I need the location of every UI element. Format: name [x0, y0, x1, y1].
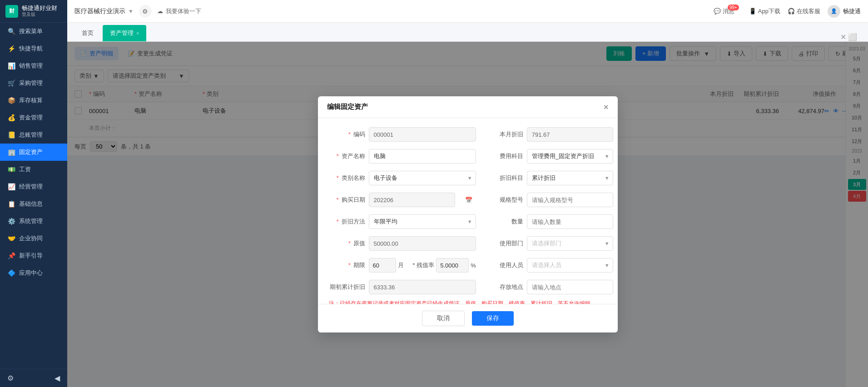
user-wrap: 请选择人员 ▼: [527, 258, 613, 273]
company-name: 医疗器械行业演示: [74, 7, 125, 15]
sidebar-item-label: 应用中心: [19, 269, 43, 277]
sales-icon: 📊: [7, 62, 15, 70]
category-select[interactable]: 电子设备: [369, 171, 476, 185]
form-row-user: 使用人员 请选择人员 ▼: [487, 258, 613, 273]
sidebar-item-search[interactable]: 🔍 搜索菜单: [0, 23, 67, 40]
residual-rate-label: * 残值率: [413, 261, 435, 269]
period-unit: 月: [398, 261, 404, 269]
online-service-label: 在线客服: [797, 7, 820, 15]
purchase-date-input[interactable]: [369, 193, 455, 207]
sidebar-item-system[interactable]: ⚙️ 系统管理: [0, 213, 67, 230]
window-restore-icon[interactable]: ✕: [840, 33, 846, 41]
original-value-input[interactable]: [369, 236, 476, 251]
experience-button[interactable]: ☁ 我要体验一下: [157, 7, 201, 15]
sidebar-item-label: 企业协同: [19, 234, 43, 243]
content-area: 📄 资产明细 📝 变更生成凭证 刘账 + 新增 批量操作 ▼: [67, 42, 868, 387]
guide-icon: 📌: [7, 252, 15, 260]
dep-subject-wrap: 累计折旧 ▼: [527, 171, 613, 185]
location-label: 存放地点: [487, 283, 523, 291]
form-row-dep-method: * 折旧方法 年限平均 ▼: [329, 214, 476, 229]
sidebar-item-fund[interactable]: 💰 资金管理: [0, 109, 67, 126]
acc-dep-label: 期初累计折旧: [329, 283, 365, 291]
settings-icon[interactable]: ⚙: [7, 374, 14, 382]
form-row-asset-name: * 资产名称: [329, 149, 476, 164]
sidebar-item-label: 基础信息: [19, 200, 43, 208]
expense-subject-select[interactable]: 管理费用_固定资产折旧: [527, 149, 613, 164]
sidebar-item-app-center[interactable]: 🔷 应用中心: [0, 264, 67, 282]
user-select[interactable]: 请选择人员: [527, 258, 613, 273]
modal-note: 注：已经存在变更记录或者对应固定资产已经生成凭证，原值、购买日期、残值率、累计折…: [329, 296, 607, 304]
sidebar-item-quicknav[interactable]: ⚡ 快捷导航: [0, 40, 67, 57]
sidebar-item-payroll[interactable]: 💵 工资: [0, 161, 67, 178]
acc-dep-input[interactable]: [369, 280, 476, 294]
user-menu[interactable]: 👤 畅捷通: [828, 5, 861, 18]
fund-icon: 💰: [7, 114, 15, 122]
sidebar-item-basic[interactable]: 📋 基础信息: [0, 195, 67, 213]
online-service-button[interactable]: 🎧 在线客服: [788, 7, 820, 15]
form-row-dep-subject: 折旧科目 累计折旧 ▼: [487, 171, 613, 185]
calendar-icon: 📅: [465, 197, 472, 203]
sidebar-item-purchase[interactable]: 🛒 采购管理: [0, 74, 67, 92]
collapse-icon[interactable]: ◀: [55, 374, 60, 382]
sidebar-item-inventory[interactable]: 📦 库存核算: [0, 92, 67, 109]
dep-method-wrap: 年限平均 ▼: [369, 214, 476, 229]
form-row-expense-subject: 费用科目 管理费用_固定资产折旧 ▼: [487, 149, 613, 164]
sidebar-item-label: 系统管理: [19, 217, 43, 225]
experience-label: 我要体验一下: [166, 7, 201, 15]
message-badge: 99+: [728, 5, 739, 10]
sidebar-item-ops[interactable]: 📈 经营管理: [0, 178, 67, 195]
form-row-location: 存放地点: [487, 280, 613, 294]
dept-select[interactable]: 请选择部门: [527, 236, 613, 251]
window-maximize-icon[interactable]: ⬜: [848, 33, 857, 41]
monthly-dep-input[interactable]: [527, 127, 613, 142]
tabbar: 首页 资产管理 × ✕ ⬜: [67, 23, 868, 42]
sidebar-item-label: 新手引导: [19, 252, 43, 260]
company-selector[interactable]: 医疗器械行业演示 ▼: [74, 7, 134, 15]
residual-rate-input[interactable]: [436, 258, 469, 273]
form-row-code: * 编码: [329, 127, 476, 142]
cancel-button[interactable]: 取消: [422, 311, 465, 326]
dept-wrap: 请选择部门 ▼: [527, 236, 613, 251]
payroll-icon: 💵: [7, 165, 15, 174]
monthly-dep-label: 本月折旧: [487, 130, 523, 139]
location-input[interactable]: [527, 280, 613, 294]
sidebar-item-guide[interactable]: 📌 新手引导: [0, 247, 67, 264]
topbar-right: 💬 消息 99+ 📱 App下载 🎧 在线客服 👤 畅捷通: [714, 5, 861, 18]
code-input[interactable]: [369, 127, 476, 142]
tab-asset-mgmt[interactable]: 资产管理 ×: [103, 25, 146, 41]
sidebar-item-label: 工资: [19, 165, 31, 174]
sidebar-item-fixed-asset[interactable]: 🏢 固定资产: [0, 144, 67, 161]
settings-button[interactable]: ⚙: [139, 5, 152, 18]
dep-subject-select[interactable]: 累计折旧: [527, 171, 613, 185]
tab-close-icon[interactable]: ×: [136, 30, 139, 36]
category-label: * 类别名称: [329, 174, 365, 182]
modal-body: * 编码 本月折旧: [318, 118, 618, 304]
form-row-purchase-date: * 购买日期 📅: [329, 193, 476, 207]
sidebar-item-label: 固定资产: [19, 148, 43, 156]
sidebar-item-label: 快捷导航: [19, 45, 43, 53]
sidebar-item-sales[interactable]: 📊 销售管理: [0, 57, 67, 74]
download-icon: 📱: [749, 8, 756, 15]
enterprise-icon: 🤝: [7, 234, 15, 243]
message-button[interactable]: 💬 消息 99+: [714, 7, 734, 15]
asset-name-input[interactable]: [369, 149, 476, 164]
quantity-input[interactable]: [527, 214, 613, 229]
app-download-button[interactable]: 📱 App下载: [749, 7, 780, 15]
sidebar-item-ledger[interactable]: 📒 总账管理: [0, 126, 67, 144]
save-button[interactable]: 保存: [472, 311, 514, 326]
period-wrap: 月 * 残值率 %: [369, 258, 476, 273]
tab-home[interactable]: 首页: [74, 25, 101, 41]
expense-subject-label: 费用科目: [487, 152, 523, 160]
quantity-label: 数量: [487, 218, 523, 226]
dep-method-select[interactable]: 年限平均: [369, 214, 476, 229]
sidebar-item-label: 采购管理: [19, 79, 43, 87]
ops-icon: 📈: [7, 183, 15, 191]
period-input[interactable]: [369, 258, 396, 273]
original-value-label: * 原值: [329, 239, 365, 248]
sidebar-item-enterprise[interactable]: 🤝 企业协同: [0, 230, 67, 247]
spec-model-input[interactable]: [527, 193, 613, 207]
modal-close-button[interactable]: ×: [604, 103, 609, 111]
purchase-date-label: * 购买日期: [329, 196, 365, 204]
form-row-spec-model: 规格型号: [487, 193, 613, 207]
form-row-original-value: * 原值: [329, 236, 476, 251]
